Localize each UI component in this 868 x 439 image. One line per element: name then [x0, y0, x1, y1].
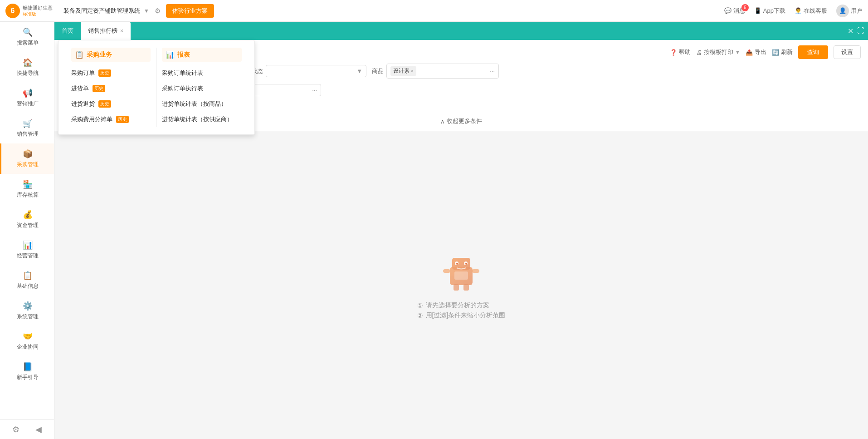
svg-point-5	[465, 263, 467, 265]
svg-rect-1	[452, 258, 470, 270]
user-btn[interactable]: 👤 用户	[836, 5, 863, 17]
export-btn[interactable]: 📤 导出	[746, 48, 766, 56]
sidebar-label-basic: 基础信息	[17, 282, 39, 290]
online-service-btn[interactable]: 👨‍💼 在线客服	[795, 7, 827, 15]
purchase-section-title: 📋 采购业务	[71, 48, 151, 62]
sidebar-item-basic[interactable]: 📋 基础信息	[0, 265, 54, 296]
sidebar-settings-icon[interactable]: ⚙	[12, 424, 20, 434]
dropdown-item-purchase-order-exec[interactable]: 采购订单执行表	[162, 81, 242, 96]
top-right: 💬 消息 6 📱 App下载 👨‍💼 在线客服 👤 用户	[724, 5, 863, 17]
filter-voucher-status: 单据状态 ▼	[239, 65, 366, 77]
basic-icon: 📋	[23, 271, 33, 281]
report-section-title: 📊 报表	[162, 48, 242, 62]
collapse-icon: ∧	[440, 118, 445, 125]
goods-tag-close[interactable]: ×	[411, 69, 414, 74]
industry-btn[interactable]: 体验行业方案	[166, 4, 214, 18]
svg-rect-8	[443, 269, 450, 273]
message-icon: 💬	[724, 7, 731, 14]
sidebar-label-purchase: 采购管理	[17, 161, 39, 168]
dropdown-menu: 📋 采购业务 采购订单 历史 进货单 历史 进货退货 历史 采购费用分摊单 历史…	[58, 40, 255, 135]
help-label: 帮助	[679, 48, 691, 56]
purchase-section-icon: 📋	[75, 50, 84, 59]
sidebar-item-system[interactable]: ⚙️ 系统管理	[0, 296, 54, 326]
stock-return-label: 进货退货	[71, 100, 95, 108]
tab-close-icon[interactable]: ×	[120, 28, 123, 34]
sidebar-item-search[interactable]: 🔍 搜索菜单	[0, 22, 54, 52]
refresh-label: 刷新	[781, 48, 793, 56]
sidebar: 🔍 搜索菜单 🏠 快捷导航 📢 营销推广 🛒 销售管理 📦 采购管理 🏪 库存核…	[0, 22, 54, 439]
sidebar-label-cooperation: 企业协同	[17, 343, 39, 351]
goods-input[interactable]: 设计素 × ···	[386, 64, 499, 79]
logo-subtitle2: 标准版	[23, 11, 53, 17]
sidebar-item-sales[interactable]: 🛒 销售管理	[0, 113, 54, 143]
tab-bar: 首页 销售排行榜 × ✕ ⛶	[54, 22, 868, 40]
window-max-icon[interactable]: ⛶	[857, 27, 864, 35]
search-icon: 🔍	[23, 27, 33, 37]
sys-title-area: 装备及固定资产辅助管理系统 ▼ ⚙	[63, 7, 161, 15]
svg-rect-7	[463, 284, 469, 291]
export-label: 导出	[755, 48, 766, 56]
dropdown-item-stock-return[interactable]: 进货退货 历史	[71, 96, 151, 112]
sidebar-item-guide[interactable]: 📘 新手引导	[0, 356, 54, 387]
dropdown-item-purchase-order[interactable]: 采购订单 历史	[71, 65, 151, 81]
print-btn[interactable]: 🖨 按模板打印 ▼	[696, 48, 740, 56]
sidebar-item-purchase[interactable]: 📦 采购管理	[0, 143, 54, 174]
goods-more-dots[interactable]: ···	[490, 68, 495, 74]
help-btn[interactable]: ❓ 帮助	[670, 48, 691, 56]
refresh-btn[interactable]: 🔄 刷新	[772, 48, 793, 56]
sidebar-item-inventory[interactable]: 🏪 库存核算	[0, 174, 54, 204]
tab-sales-rank[interactable]: 销售排行榜 ×	[81, 22, 131, 40]
export-icon: 📤	[746, 49, 753, 56]
stock-return-history-badge: 历史	[98, 100, 111, 108]
goods-label: 商品	[372, 67, 384, 75]
svg-point-4	[456, 263, 458, 265]
dropdown-item-stock-in-stat-supplier[interactable]: 进货单统计表（按供应商）	[162, 112, 242, 127]
sidebar-label-marketing: 营销推广	[17, 100, 39, 108]
voucher-status-select[interactable]: ▼	[266, 65, 366, 77]
system-icon: ⚙️	[23, 301, 33, 311]
logo-area: 6 畅捷通好生意 标准版	[5, 4, 60, 18]
tab-home-label: 首页	[62, 27, 73, 35]
purchase-order-history-badge: 历史	[98, 69, 111, 77]
window-close-icon[interactable]: ✕	[848, 27, 853, 35]
user-label: 用户	[851, 7, 863, 15]
sidebar-collapse-icon[interactable]: ◀	[35, 424, 42, 434]
collapse-label: 收起更多条件	[447, 117, 482, 125]
phone-icon: 📱	[754, 7, 761, 14]
empty-state: ① 请先选择要分析的方案 ② 用[过滤]条件来缩小分析范围	[417, 249, 506, 321]
sidebar-item-operation[interactable]: 📊 经营管理	[0, 235, 54, 265]
sidebar-item-cooperation[interactable]: 🤝 企业协同	[0, 326, 54, 356]
service-label: 在线客服	[804, 7, 827, 15]
dropdown-item-purchase-order-stat[interactable]: 采购订单统计表	[162, 65, 242, 81]
svg-rect-10	[454, 271, 468, 280]
dropdown-item-stock-in-stat-goods[interactable]: 进货单统计表（按商品）	[162, 96, 242, 112]
app-download-btn[interactable]: 📱 App下载	[754, 7, 785, 15]
gear-icon[interactable]: ⚙	[155, 7, 161, 15]
sidebar-item-quick-nav[interactable]: 🏠 快捷导航	[0, 52, 54, 83]
sidebar-item-finance[interactable]: 💰 资金管理	[0, 204, 54, 235]
sidebar-label-finance: 资金管理	[17, 222, 39, 229]
help-icon: ❓	[670, 49, 677, 56]
service-icon: 👨‍💼	[795, 7, 802, 14]
empty-illustration-img	[439, 249, 484, 294]
settings-button[interactable]: 设置	[834, 45, 861, 59]
staff-dots[interactable]: ···	[312, 87, 317, 94]
sidebar-item-marketing[interactable]: 📢 营销推广	[0, 83, 54, 113]
purchase-expense-label: 采购费用分摊单	[71, 115, 112, 123]
logo-text: 畅捷通好生意 标准版	[23, 5, 53, 17]
message-btn[interactable]: 💬 消息 6	[724, 7, 745, 15]
dropdown-item-stock-in[interactable]: 进货单 历史	[71, 81, 151, 96]
dropdown-item-purchase-expense[interactable]: 采购费用分摊单 历史	[71, 112, 151, 127]
logo-icon: 6	[5, 4, 20, 18]
empty-hints: ① 请先选择要分析的方案 ② 用[过滤]条件来缩小分析范围	[417, 300, 506, 321]
empty-hint-1-text: 请先选择要分析的方案	[426, 301, 489, 310]
finance-icon: 💰	[23, 210, 33, 220]
home-icon: 🏠	[23, 58, 33, 68]
tab-sales-rank-label: 销售排行榜	[88, 27, 117, 35]
content-body: ① 请先选择要分析的方案 ② 用[过滤]条件来缩小分析范围	[54, 131, 868, 439]
refresh-icon: 🔄	[772, 49, 779, 56]
query-button[interactable]: 查询	[798, 45, 828, 59]
collapse-btn[interactable]: ∧ 收起更多条件	[440, 117, 482, 125]
sys-title-arrow-icon[interactable]: ▼	[144, 8, 149, 14]
tab-home[interactable]: 首页	[54, 22, 81, 40]
